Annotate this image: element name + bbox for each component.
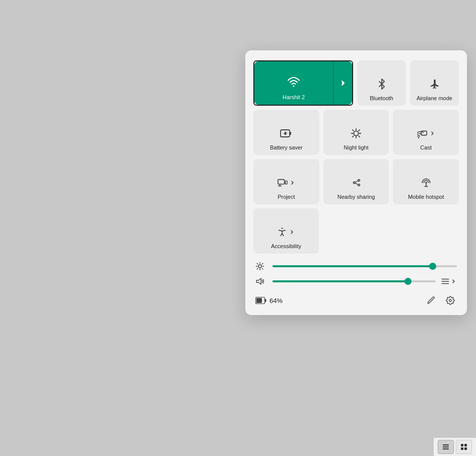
- nearby-sharing-icon: [351, 177, 362, 188]
- project-tile[interactable]: Project: [253, 159, 319, 204]
- svg-rect-14: [278, 179, 285, 184]
- volume-slider-row: [255, 277, 457, 286]
- svg-marker-36: [256, 278, 261, 284]
- grid-view-button[interactable]: [456, 440, 472, 454]
- battery-saver-tile[interactable]: Battery saver: [253, 110, 319, 155]
- project-label: Project: [278, 193, 295, 200]
- cast-chevron-icon: [430, 130, 436, 136]
- battery-info: 64%: [255, 297, 283, 305]
- svg-rect-45: [443, 446, 449, 447]
- wifi-icon: [288, 77, 300, 89]
- cast-tile[interactable]: Cast: [393, 110, 459, 155]
- nearby-sharing-label: Nearby sharing: [337, 193, 375, 200]
- wifi-label: Harshit 2: [283, 94, 305, 101]
- battery-saver-label: Battery saver: [270, 144, 303, 151]
- brightness-thumb[interactable]: [429, 263, 436, 270]
- nearby-sharing-icon-wrap: [351, 177, 362, 188]
- grid-view-icon: [460, 443, 468, 451]
- settings-button[interactable]: [444, 294, 457, 307]
- svg-rect-48: [464, 444, 467, 446]
- mobile-hotspot-icon: [421, 177, 432, 188]
- qs-bottom-bar: 64%: [253, 294, 459, 307]
- battery-icon: [255, 297, 266, 304]
- wifi-tile[interactable]: Harshit 2: [254, 61, 333, 105]
- svg-rect-42: [265, 299, 266, 302]
- project-icon: [277, 177, 288, 188]
- svg-rect-41: [256, 298, 262, 303]
- airplane-tile[interactable]: Airplane mode: [410, 60, 459, 106]
- svg-point-43: [449, 299, 452, 302]
- project-chevron-icon: [290, 180, 296, 186]
- accessibility-tile[interactable]: Accessibility: [253, 208, 319, 254]
- bluetooth-tile[interactable]: Bluetooth: [357, 60, 406, 106]
- list-view-button[interactable]: [438, 440, 454, 454]
- brightness-icon: [255, 262, 267, 271]
- svg-rect-15: [285, 181, 287, 184]
- svg-rect-2: [290, 132, 291, 135]
- night-light-icon-wrap: [351, 128, 362, 139]
- project-icon-wrap: [277, 177, 296, 188]
- svg-point-0: [293, 85, 295, 87]
- volume-thumb[interactable]: [404, 278, 412, 285]
- svg-rect-49: [461, 447, 463, 450]
- accessibility-icon-wrap: [277, 226, 295, 238]
- svg-line-32: [257, 263, 258, 264]
- svg-line-10: [353, 136, 354, 137]
- svg-line-9: [359, 136, 360, 137]
- volume-expand-button[interactable]: [441, 277, 457, 286]
- svg-point-13: [418, 137, 419, 138]
- accessibility-icon: [277, 226, 288, 238]
- airplane-label: Airplane mode: [417, 95, 452, 102]
- sliders-section: [253, 262, 459, 286]
- battery-saver-icon-wrap: [280, 128, 292, 139]
- volume-slider[interactable]: [273, 280, 436, 282]
- night-light-icon: [351, 128, 362, 139]
- qs-row-3: Project Nearby sharing: [253, 159, 459, 204]
- svg-rect-44: [443, 444, 449, 445]
- quick-settings-panel: Harshit 2 Bluetooth: [245, 50, 467, 315]
- svg-rect-47: [461, 444, 463, 446]
- edit-button[interactable]: [425, 294, 438, 307]
- svg-rect-50: [464, 447, 467, 450]
- mobile-hotspot-icon-wrap: [421, 177, 432, 188]
- svg-line-22: [355, 183, 358, 185]
- bluetooth-icon-wrap: [376, 79, 387, 90]
- mobile-hotspot-tile[interactable]: Mobile hotspot: [393, 159, 459, 204]
- wifi-tile-group: Harshit 2: [253, 60, 353, 106]
- list-view-icon: [442, 443, 450, 451]
- svg-rect-46: [443, 448, 449, 449]
- svg-line-11: [359, 130, 360, 131]
- accessibility-chevron-icon: [289, 229, 295, 235]
- airplane-icon-wrap: [429, 79, 440, 90]
- night-light-label: Night light: [344, 144, 369, 151]
- svg-line-21: [355, 181, 358, 182]
- bluetooth-label: Bluetooth: [370, 95, 393, 102]
- qs-row-4: Accessibility: [253, 208, 459, 254]
- cast-label: Cast: [420, 144, 432, 151]
- wifi-expand-button[interactable]: [333, 61, 352, 105]
- svg-line-34: [257, 268, 258, 269]
- cast-icon: [417, 128, 428, 139]
- volume-expand-icon: [441, 277, 450, 286]
- airplane-icon: [429, 79, 440, 90]
- wifi-icon-wrap: [288, 77, 300, 89]
- svg-line-8: [353, 130, 354, 131]
- svg-point-3: [354, 131, 358, 135]
- bottom-action-icons: [425, 294, 457, 307]
- accessibility-label: Accessibility: [271, 243, 301, 250]
- cast-icon-wrap: [417, 128, 436, 139]
- brightness-slider-row: [255, 262, 457, 271]
- volume-icon: [255, 277, 267, 286]
- brightness-slider[interactable]: [273, 265, 457, 267]
- qs-row-2: Battery saver Night light: [253, 110, 459, 155]
- svg-point-27: [258, 265, 261, 268]
- taskbar-bottom-right: [434, 437, 476, 456]
- chevron-right-icon: [339, 80, 347, 87]
- svg-point-26: [282, 227, 283, 229]
- nearby-sharing-tile[interactable]: Nearby sharing: [323, 159, 389, 204]
- svg-line-35: [262, 263, 263, 264]
- battery-saver-icon: [280, 128, 292, 139]
- qs-row-1: Harshit 2 Bluetooth: [253, 60, 459, 106]
- night-light-tile[interactable]: Night light: [323, 110, 389, 155]
- svg-line-33: [262, 268, 263, 269]
